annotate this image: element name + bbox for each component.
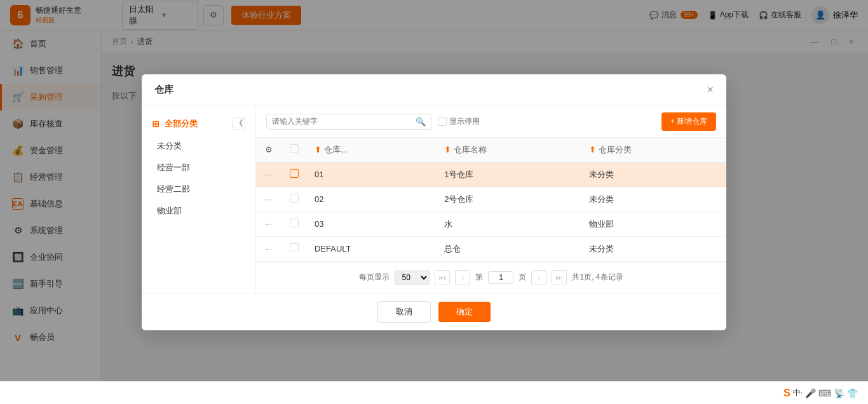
sort-icon-category: ⬆ (589, 145, 596, 154)
last-page-button[interactable]: ⏭ (552, 270, 567, 285)
mic-icon[interactable]: 🎤 (805, 388, 816, 398)
show-disabled-checkbox[interactable] (438, 117, 447, 126)
row-name: 总仓 (437, 236, 581, 261)
select-all-checkbox[interactable] (290, 144, 299, 153)
next-page-button[interactable]: › (531, 270, 546, 285)
modal-overlay: 仓库 × ⊞ 全部分类 《 未分类 经营一部 经营二部 物业部 (0, 0, 868, 404)
row-category: 未分类 (581, 162, 726, 187)
cancel-button[interactable]: 取消 (377, 301, 431, 323)
warehouse-table: ⚙ ⬆仓库... ⬆仓库名称 ⬆仓库分类 ··· 01 (256, 138, 726, 262)
per-page-label: 每页显示 (359, 272, 390, 283)
row-name: 2号仓库 (437, 187, 581, 212)
col-name[interactable]: ⬆仓库名称 (437, 138, 581, 163)
pagination: 每页显示 50 100 200 ⏮ ‹ 第 页 › ⏭ 共1页, 4条记录 (256, 262, 726, 293)
table-row[interactable]: ··· 01 1号仓库 未分类 (256, 162, 726, 187)
col-gear: ⚙ (256, 138, 281, 163)
row-index: 02 (307, 187, 437, 212)
category-item-ops2[interactable]: 经营二部 (142, 178, 255, 200)
system-label: 中· (793, 387, 803, 398)
grid-icon: ⊞ (152, 119, 159, 129)
category-all-label: 全部分类 (165, 118, 198, 130)
category-panel: ⊞ 全部分类 《 未分类 经营一部 经营二部 物业部 (142, 106, 256, 293)
show-disabled-label[interactable]: 显示停用 (438, 116, 480, 127)
table-row[interactable]: ··· 03 水 物业部 (256, 212, 726, 236)
page-label-after: 页 (519, 272, 526, 283)
page-label-before: 第 (475, 272, 483, 283)
collapse-button[interactable]: 《 (233, 118, 245, 130)
row-category: 未分类 (581, 187, 726, 212)
table-row[interactable]: ··· 02 2号仓库 未分类 (256, 187, 726, 212)
data-panel: 🔍 显示停用 + 新增仓库 ⚙ (256, 106, 726, 293)
page-number-input[interactable] (488, 271, 513, 284)
row-category: 未分类 (581, 236, 726, 261)
col-checkbox-header[interactable] (281, 138, 307, 163)
modal-footer: 取消 确定 (142, 293, 726, 330)
search-icon[interactable]: 🔍 (416, 117, 426, 126)
row-actions[interactable]: ··· (256, 236, 281, 261)
sort-icon-name: ⬆ (444, 145, 451, 154)
row-index: 03 (307, 212, 437, 236)
confirm-button[interactable]: 确定 (438, 302, 491, 322)
col-category[interactable]: ⬆仓库分类 (581, 138, 726, 163)
row-actions[interactable]: ··· (256, 212, 281, 236)
category-item-property[interactable]: 物业部 (142, 200, 255, 222)
row-actions[interactable]: ··· (256, 162, 281, 187)
modal-header: 仓库 × (142, 74, 726, 106)
system-brand: S 中· 🎤 ⌨ 📡 👕 (783, 387, 858, 399)
row-index: 01 (307, 162, 437, 187)
col-code[interactable]: ⬆仓库... (307, 138, 437, 163)
per-page-select[interactable]: 50 100 200 (395, 271, 430, 285)
row-checkbox[interactable] (281, 187, 307, 212)
system-bar: S 中· 🎤 ⌨ 📡 👕 (0, 381, 868, 404)
keyboard-icon[interactable]: ⌨ (818, 388, 831, 398)
search-box: 🔍 (266, 114, 431, 130)
category-all-header[interactable]: ⊞ 全部分类 《 (142, 112, 255, 135)
add-warehouse-button[interactable]: + 新增仓库 (661, 112, 716, 131)
prev-page-button[interactable]: ‹ (455, 270, 470, 285)
row-checkbox[interactable] (281, 162, 307, 187)
category-item-ops1[interactable]: 经营一部 (142, 157, 255, 178)
row-category: 物业部 (581, 212, 726, 236)
modal-title: 仓库 (154, 84, 173, 96)
sort-icon-code: ⬆ (315, 145, 322, 154)
table-row[interactable]: ··· DEFAULT 总仓 未分类 (256, 236, 726, 261)
row-checkbox[interactable] (281, 236, 307, 261)
row-name: 水 (437, 212, 581, 236)
s-logo: S (783, 387, 790, 399)
row-actions[interactable]: ··· (256, 187, 281, 212)
total-info: 共1页, 4条记录 (572, 272, 623, 283)
category-item-unclassified[interactable]: 未分类 (142, 135, 255, 157)
row-name: 1号仓库 (437, 162, 581, 187)
modal-body: ⊞ 全部分类 《 未分类 经营一部 经营二部 物业部 🔍 (142, 106, 726, 293)
modal-close-button[interactable]: × (707, 83, 714, 97)
network-icon[interactable]: 📡 (834, 388, 844, 398)
warehouse-modal: 仓库 × ⊞ 全部分类 《 未分类 经营一部 经营二部 物业部 (142, 74, 726, 330)
search-input[interactable] (272, 117, 416, 126)
data-toolbar: 🔍 显示停用 + 新增仓库 (256, 106, 726, 138)
row-index: DEFAULT (307, 236, 437, 261)
row-checkbox[interactable] (281, 212, 307, 236)
first-page-button[interactable]: ⏮ (435, 270, 450, 285)
shirt-icon[interactable]: 👕 (847, 388, 858, 398)
